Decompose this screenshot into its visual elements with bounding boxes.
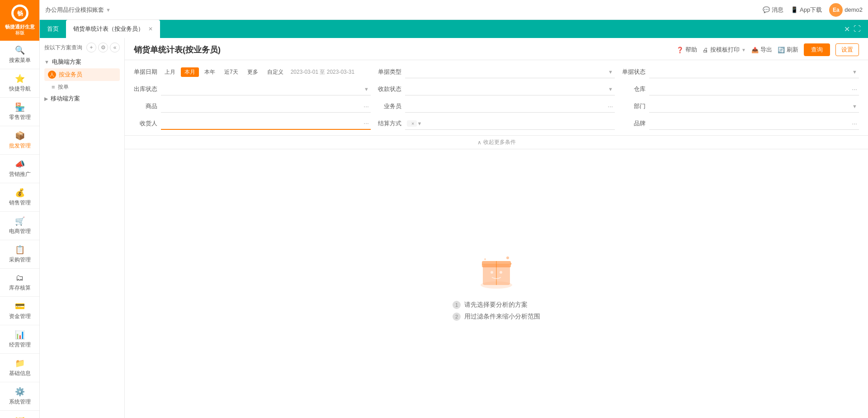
tab-home[interactable]: 首页 — [40, 20, 66, 38]
schema-item-salesman-label: 按业务员 — [59, 71, 82, 79]
sidebar-item-system[interactable]: ⚙️ 系统管理 — [0, 382, 39, 411]
sidebar-item-quick-nav[interactable]: ⭐ 快捷导航 — [0, 69, 39, 98]
sidebar-label-inventory: 库存核算 — [9, 284, 31, 292]
schema-item-by-salesman[interactable]: 人 按业务员 — [44, 68, 120, 81]
doc-status-control[interactable]: ▼ — [649, 66, 859, 78]
filter-salesman: 业务员 ··· — [378, 100, 615, 113]
date-pill-this-year[interactable]: 本年 — [201, 67, 219, 77]
svg-point-11 — [500, 271, 502, 274]
tip-text-1: 请先选择要分析的方案 — [464, 301, 528, 309]
pc-group-header[interactable]: ▼ 电脑端方案 — [44, 56, 120, 68]
sidebar-item-wholesale[interactable]: 📦 批发管理 — [0, 126, 39, 155]
sidebar-item-purchase[interactable]: 📋 采购管理 — [0, 240, 39, 269]
print-dropdown-icon: ▼ — [741, 48, 746, 52]
print-button[interactable]: 🖨 按模板打印 ▼ — [703, 46, 746, 54]
sidebar-item-ecom[interactable]: 🛒 电商管理 — [0, 212, 39, 240]
svg-text:畅: 畅 — [17, 10, 23, 17]
sidebar-item-sales[interactable]: 💰 销售管理 — [0, 183, 39, 212]
svg-point-7 — [506, 256, 509, 259]
message-action[interactable]: 💬 消息 — [763, 6, 783, 14]
schema-settings-button[interactable]: ⚙ — [98, 43, 108, 52]
sidebar-label-sales: 销售管理 — [9, 199, 31, 207]
doc-status-label: 单据状态 — [622, 68, 646, 76]
tab-close-window-icon[interactable]: ✕ — [844, 25, 850, 33]
app-download-icon: 📱 — [791, 6, 798, 13]
schema-sub-by-order[interactable]: ≡ 按单 — [44, 81, 120, 93]
salesman-label: 业务员 — [378, 102, 401, 110]
tab-controls: ✕ ⛶ — [837, 25, 868, 33]
collect-status-label: 收款状态 — [378, 85, 401, 93]
print-label: 按模板打印 — [710, 46, 740, 54]
salesman-control[interactable]: ··· — [405, 100, 615, 113]
salesman-schema-icon: 人 — [48, 71, 56, 79]
date-pill-more[interactable]: 更多 — [244, 67, 262, 77]
help-button[interactable]: ❓ 帮助 — [676, 46, 697, 54]
brand-control[interactable]: ··· — [649, 117, 859, 130]
date-pill-7days[interactable]: 近7天 — [221, 67, 242, 77]
export-icon: 📤 — [751, 47, 759, 53]
tab-sales-stat[interactable]: 销货单统计表（按业务员） ✕ — [66, 20, 160, 38]
empty-tips: 1 请先选择要分析的方案 2 用过滤条件来缩小分析范围 — [453, 301, 540, 321]
date-pill-custom[interactable]: 自定义 — [264, 67, 287, 77]
consignee-control[interactable]: ··· — [161, 117, 371, 130]
sidebar: 畅 畅捷通好生意 标版 🔍 搜索菜单 ⭐ 快捷导航 🏪 零售管理 📦 批发管理 … — [0, 0, 40, 418]
sidebar-item-marketing[interactable]: 📣 营销推广 — [0, 155, 39, 183]
filter-consignee: 收货人 ··· — [134, 117, 371, 130]
refresh-button[interactable]: 🔄 刷新 — [778, 46, 798, 54]
sidebar-item-basic[interactable]: 📁 基础信息 — [0, 354, 39, 382]
payment-tag-close[interactable]: × — [411, 121, 414, 126]
add-schema-button[interactable]: + — [86, 43, 96, 52]
mobile-group-header[interactable]: ▶ 移动端方案 — [40, 93, 124, 104]
left-panel-actions: + ⚙ « — [86, 43, 120, 52]
app-download-action[interactable]: 📱 App下载 — [791, 6, 822, 14]
out-status-control[interactable]: ▼ — [161, 83, 371, 95]
collapse-panel-button[interactable]: « — [110, 43, 120, 52]
message-label: 消息 — [772, 6, 783, 14]
goods-control[interactable]: ··· — [161, 100, 371, 113]
settings-button[interactable]: 设置 — [835, 43, 859, 56]
account-dropdown[interactable]: 办公用品行业模拟账套 ▼ — [45, 6, 111, 14]
sidebar-label-retail: 零售管理 — [9, 114, 31, 121]
payment-arrow: ▼ — [417, 121, 422, 126]
account-dropdown-icon: ▼ — [106, 7, 111, 13]
date-pill-last-month[interactable]: 上月 — [161, 67, 179, 77]
tab-expand-icon[interactable]: ⛶ — [854, 25, 861, 33]
order-sub-icon: ≡ — [52, 84, 55, 90]
sidebar-item-coop[interactable]: 🤝 企业协同 — [0, 411, 39, 418]
help-icon: ❓ — [676, 47, 684, 53]
export-label: 导出 — [760, 46, 772, 54]
date-pill-this-month[interactable]: 本月 — [181, 67, 199, 77]
doc-type-control[interactable]: ▼ — [405, 66, 615, 78]
sidebar-label-wholesale: 批发管理 — [9, 142, 31, 150]
collapse-more[interactable]: ∧ 收起更多条件 — [125, 136, 868, 149]
consignee-label: 收货人 — [134, 119, 157, 128]
topbar-right: 💬 消息 📱 App下载 Ea demo2 — [763, 3, 863, 17]
main-area: 办公用品行业模拟账套 ▼ 💬 消息 📱 App下载 Ea demo2 首页 — [40, 0, 868, 418]
sidebar-item-retail[interactable]: 🏪 零售管理 — [0, 98, 39, 126]
collect-status-arrow: ▼ — [608, 86, 613, 92]
topbar: 办公用品行业模拟账套 ▼ 💬 消息 📱 App下载 Ea demo2 — [40, 0, 868, 20]
export-button[interactable]: 📤 导出 — [751, 46, 772, 54]
inventory-icon: 🗂 — [16, 273, 24, 283]
sidebar-item-finance[interactable]: 💳 资金管理 — [0, 297, 39, 325]
user-avatar: Ea — [829, 3, 843, 17]
collapse-more-label: 收起更多条件 — [483, 138, 516, 146]
sidebar-item-search[interactable]: 🔍 搜索菜单 — [0, 41, 39, 69]
schema-sub-order-label: 按单 — [58, 83, 69, 91]
filter-doc-status: 单据状态 ▼ — [622, 66, 859, 78]
refresh-icon: 🔄 — [778, 47, 785, 53]
payment-control[interactable]: × ▼ — [405, 117, 615, 130]
user-info[interactable]: Ea demo2 — [829, 3, 863, 17]
collect-status-control[interactable]: ▼ — [405, 83, 615, 95]
tab-close-icon[interactable]: ✕ — [148, 26, 153, 32]
sidebar-item-inventory[interactable]: 🗂 库存核算 — [0, 269, 39, 297]
query-button[interactable]: 查询 — [804, 43, 830, 56]
filter-doc-type: 单据类型 ▼ — [378, 66, 615, 78]
dept-control[interactable]: ▼ — [649, 100, 859, 113]
marketing-icon: 📣 — [15, 159, 25, 169]
warehouse-control[interactable]: ··· — [649, 83, 859, 95]
brand-label: 品牌 — [622, 119, 646, 128]
sidebar-label-basic: 基础信息 — [9, 370, 31, 377]
account-name: 办公用品行业模拟账套 — [45, 6, 104, 14]
sidebar-item-operation[interactable]: 📊 经营管理 — [0, 325, 39, 354]
